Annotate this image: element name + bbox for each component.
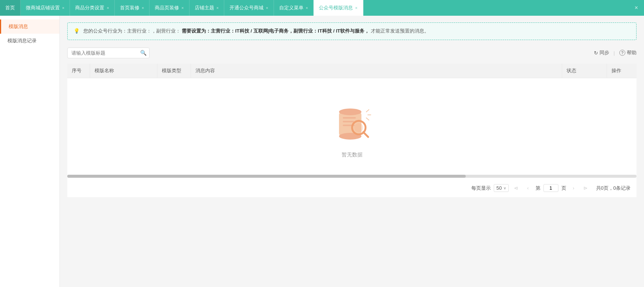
pagination: 每页显示 50 ∨ ⊲ ‹ 第 页 › ⊳ 共0页，0条记录 bbox=[67, 179, 637, 197]
tab-product-decor[interactable]: 商品页装修 × bbox=[150, 0, 189, 16]
page-unit-text: 页 bbox=[561, 185, 566, 192]
tab-template-message[interactable]: 公众号模版消息 × bbox=[314, 0, 363, 16]
tab-home[interactable]: 首页 bbox=[0, 0, 21, 16]
next-page-button[interactable]: › bbox=[569, 184, 578, 193]
main-content: 💡 您的公众号行业为：主营行业：，副营行业： 需要设置为：主营行业：IT科技 /… bbox=[60, 16, 644, 287]
tab-close-icon[interactable]: × bbox=[181, 6, 184, 10]
svg-line-12 bbox=[366, 118, 369, 120]
scrollbar-thumb bbox=[67, 175, 466, 178]
svg-point-2 bbox=[339, 109, 361, 115]
help-button[interactable]: ? 帮助 bbox=[619, 49, 637, 56]
last-page-button[interactable]: ⊳ bbox=[581, 184, 590, 193]
search-icon[interactable]: 🔍 bbox=[140, 50, 147, 56]
tab-close-icon[interactable]: × bbox=[266, 6, 268, 10]
sidebar-item-template-message[interactable]: 模版消息 bbox=[0, 19, 59, 34]
svg-rect-5 bbox=[343, 121, 354, 122]
svg-point-8 bbox=[354, 123, 363, 132]
col-action: 操作 bbox=[607, 64, 637, 78]
sync-help-area: ↻ 同步 | ? 帮助 bbox=[594, 49, 637, 56]
data-table: 序号 模版名称 模版类型 消息内容 状态 操作 bbox=[67, 64, 637, 173]
search-input-wrap: 🔍 bbox=[67, 48, 150, 58]
tab-close-icon[interactable]: × bbox=[306, 6, 308, 10]
per-page-value: 50 bbox=[496, 185, 502, 191]
col-template-name: 模版名称 bbox=[90, 64, 157, 78]
tab-close-icon[interactable]: × bbox=[62, 6, 64, 10]
tab-close-icon[interactable]: × bbox=[142, 6, 144, 10]
page-number-input[interactable] bbox=[543, 184, 558, 192]
per-page-label: 每页显示 bbox=[471, 185, 491, 192]
search-input[interactable] bbox=[67, 48, 150, 58]
col-index: 序号 bbox=[67, 64, 90, 78]
sidebar: 模版消息 模版消息记录 bbox=[0, 16, 60, 287]
top-nav: 首页 微商城店铺设置 × 商品分类设置 × 首页装修 × 商品页装修 × 店铺主… bbox=[0, 0, 644, 16]
divider: | bbox=[614, 50, 615, 56]
main-layout: 模版消息 模版消息记录 💡 您的公众号行业为：主营行业：，副营行业： 需要设置为… bbox=[0, 16, 644, 287]
global-close-button[interactable]: × bbox=[629, 4, 644, 11]
sync-button[interactable]: ↻ 同步 bbox=[594, 49, 609, 56]
tab-shop-settings[interactable]: 微商城店铺设置 × bbox=[21, 0, 70, 16]
empty-text: 暂无数据 bbox=[342, 152, 363, 158]
search-bar: 🔍 ↻ 同步 | ? 帮助 bbox=[67, 48, 637, 58]
svg-line-10 bbox=[366, 110, 369, 112]
help-icon: ? bbox=[619, 50, 625, 56]
per-page-chevron-icon: ∨ bbox=[503, 186, 506, 190]
col-status: 状态 bbox=[562, 64, 607, 78]
sync-icon: ↻ bbox=[594, 50, 598, 56]
tab-close-icon[interactable]: × bbox=[355, 6, 357, 10]
col-message-content: 消息内容 bbox=[191, 64, 562, 78]
notice-icon: 💡 bbox=[74, 28, 80, 34]
tab-open-mall[interactable]: 开通公众号商城 × bbox=[224, 0, 274, 16]
total-text: 共0页，0条记录 bbox=[596, 185, 631, 192]
tab-home-decor[interactable]: 首页装修 × bbox=[115, 0, 150, 16]
empty-state: 暂无数据 bbox=[67, 78, 637, 173]
first-page-button[interactable]: ⊲ bbox=[512, 184, 521, 193]
svg-line-9 bbox=[363, 132, 368, 137]
tab-close-icon[interactable]: × bbox=[107, 6, 109, 10]
tab-shop-theme[interactable]: 店铺主题 × bbox=[189, 0, 224, 16]
tab-category-settings[interactable]: 商品分类设置 × bbox=[70, 0, 114, 16]
col-template-type: 模版类型 bbox=[157, 64, 191, 78]
per-page-select[interactable]: 50 ∨ bbox=[494, 184, 508, 192]
horizontal-scrollbar[interactable] bbox=[67, 175, 637, 178]
svg-rect-4 bbox=[343, 117, 356, 119]
tab-close-icon[interactable]: × bbox=[216, 6, 219, 10]
notice-box: 💡 您的公众号行业为：主营行业：，副营行业： 需要设置为：主营行业：IT科技 /… bbox=[67, 22, 637, 40]
sidebar-item-template-record[interactable]: 模版消息记录 bbox=[0, 34, 59, 48]
table-wrapper: 序号 模版名称 模版类型 消息内容 状态 操作 bbox=[67, 64, 637, 179]
empty-state-row: 暂无数据 bbox=[67, 78, 637, 173]
table-header-row: 序号 模版名称 模版类型 消息内容 状态 操作 bbox=[67, 64, 637, 78]
empty-illustration bbox=[330, 101, 375, 146]
prev-page-button[interactable]: ‹ bbox=[524, 184, 533, 193]
tab-custom-menu[interactable]: 自定义菜单 × bbox=[274, 0, 314, 16]
page-label-text: 第 bbox=[536, 185, 540, 192]
